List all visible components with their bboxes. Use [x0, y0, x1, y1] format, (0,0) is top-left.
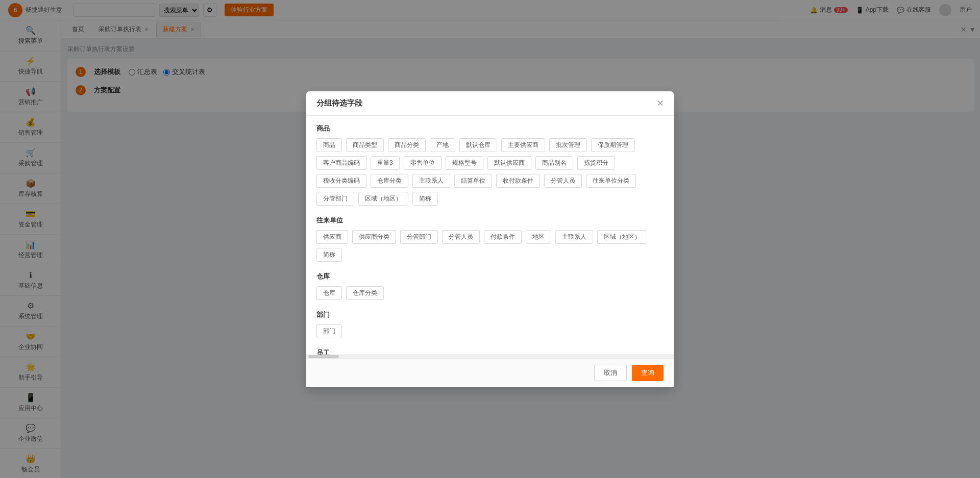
modal-title: 分组待选字段	[316, 98, 362, 108]
field-tag-partner-0[interactable]: 供应商	[316, 230, 348, 244]
field-tag-goods-9[interactable]: 重量3	[371, 156, 400, 170]
section-title-department: 部门	[316, 310, 664, 319]
field-tag-goods-14[interactable]: 拣货积分	[577, 156, 615, 170]
field-tag-goods-10[interactable]: 零售单位	[404, 156, 442, 170]
field-section-warehouse: 仓库仓库仓库分类	[316, 272, 664, 300]
confirm-button[interactable]: 查询	[632, 365, 664, 381]
field-tag-goods-15[interactable]: 税收分类编码	[316, 174, 366, 188]
field-section-partner: 往来单位供应商供应商分类分管部门分管人员付款条件地区主联系人区域（地区）简称	[316, 216, 664, 262]
field-tag-partner-4[interactable]: 付款条件	[484, 230, 522, 244]
field-tag-goods-12[interactable]: 默认供应商	[487, 156, 531, 170]
section-title-goods: 商品	[316, 124, 664, 133]
modal-footer: 取消 查询	[306, 358, 674, 387]
field-tag-goods-17[interactable]: 主联系人	[412, 174, 450, 188]
field-section-goods: 商品商品商品类型商品分类产地默认仓库主要供应商批次管理保质期管理客户商品编码重量…	[316, 124, 664, 206]
field-tag-partner-7[interactable]: 区域（地区）	[597, 230, 647, 244]
field-tag-partner-3[interactable]: 分管人员	[442, 230, 480, 244]
field-tag-goods-22[interactable]: 分管部门	[316, 192, 354, 206]
field-tags-goods: 商品商品类型商品分类产地默认仓库主要供应商批次管理保质期管理客户商品编码重量3零…	[316, 138, 664, 206]
field-tag-goods-16[interactable]: 仓库分类	[371, 174, 408, 188]
field-tag-goods-8[interactable]: 客户商品编码	[316, 156, 366, 170]
field-tag-goods-19[interactable]: 收付款条件	[496, 174, 540, 188]
field-tag-partner-6[interactable]: 主联系人	[555, 230, 593, 244]
section-title-partner: 往来单位	[316, 216, 664, 225]
modal-header: 分组待选字段 ✕	[306, 91, 674, 116]
field-tag-goods-7[interactable]: 保质期管理	[591, 138, 635, 152]
field-tag-goods-23[interactable]: 区域（地区）	[358, 192, 408, 206]
field-tag-goods-5[interactable]: 主要供应商	[501, 138, 545, 152]
horizontal-scrollbar[interactable]	[306, 355, 674, 358]
field-tag-department-0[interactable]: 部门	[316, 324, 342, 338]
field-tag-goods-24[interactable]: 简称	[412, 192, 438, 206]
modal-close-button[interactable]: ✕	[657, 98, 664, 108]
modal-body[interactable]: 商品商品商品类型商品分类产地默认仓库主要供应商批次管理保质期管理客户商品编码重量…	[306, 116, 674, 355]
section-title-employee: 员工	[316, 348, 664, 355]
field-tag-goods-6[interactable]: 批次管理	[549, 138, 587, 152]
field-section-employee: 员工业务员	[316, 348, 664, 355]
field-tag-goods-2[interactable]: 商品分类	[388, 138, 426, 152]
cancel-button[interactable]: 取消	[594, 365, 627, 381]
modal-dialog: 分组待选字段 ✕ 商品商品商品类型商品分类产地默认仓库主要供应商批次管理保质期管…	[306, 91, 674, 387]
field-tag-partner-2[interactable]: 分管部门	[400, 230, 438, 244]
field-section-department: 部门部门	[316, 310, 664, 338]
field-tag-goods-0[interactable]: 商品	[316, 138, 342, 152]
field-tag-partner-5[interactable]: 地区	[526, 230, 551, 244]
field-tag-goods-13[interactable]: 商品别名	[535, 156, 573, 170]
field-tag-goods-1[interactable]: 商品类型	[346, 138, 384, 152]
field-tag-warehouse-0[interactable]: 仓库	[316, 286, 342, 300]
field-tags-warehouse: 仓库仓库分类	[316, 286, 664, 300]
field-tag-warehouse-1[interactable]: 仓库分类	[346, 286, 384, 300]
field-tag-goods-20[interactable]: 分管人员	[544, 174, 582, 188]
field-tag-goods-21[interactable]: 往来单位分类	[586, 174, 636, 188]
modal-overlay: 分组待选字段 ✕ 商品商品商品类型商品分类产地默认仓库主要供应商批次管理保质期管…	[0, 0, 980, 478]
section-title-warehouse: 仓库	[316, 272, 664, 281]
field-tags-department: 部门	[316, 324, 664, 338]
field-tag-goods-3[interactable]: 产地	[430, 138, 455, 152]
field-tag-goods-4[interactable]: 默认仓库	[459, 138, 497, 152]
field-tag-partner-8[interactable]: 简称	[316, 248, 342, 262]
field-tag-partner-1[interactable]: 供应商分类	[352, 230, 396, 244]
field-tags-partner: 供应商供应商分类分管部门分管人员付款条件地区主联系人区域（地区）简称	[316, 230, 664, 262]
field-tag-goods-18[interactable]: 结算单位	[454, 174, 492, 188]
field-tag-goods-11[interactable]: 规格型号	[446, 156, 483, 170]
